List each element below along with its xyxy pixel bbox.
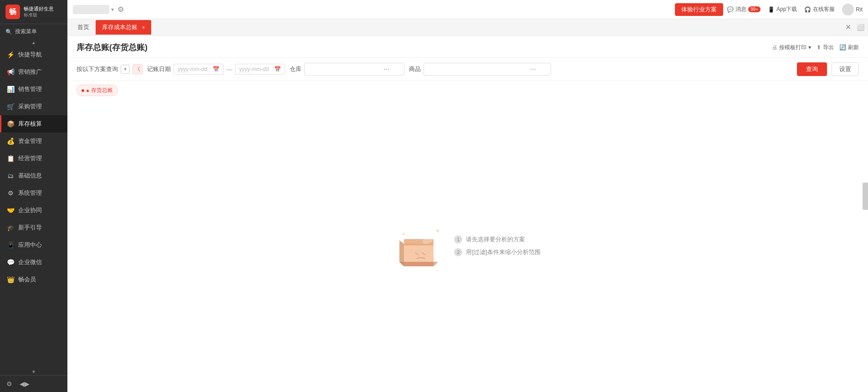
filter-collapse-btn[interactable]: 《	[133, 64, 143, 74]
date-start-input[interactable]: yyyy-mm-dd 📅	[174, 64, 224, 75]
filter-settings-btn[interactable]: 设置	[832, 62, 859, 76]
tab-close-btn[interactable]: ×	[142, 25, 145, 30]
sidebar-item-quick-nav[interactable]: ⚡ 快捷导航	[0, 46, 67, 63]
sidebar-item-operations[interactable]: 📋 经营管理	[0, 150, 67, 167]
sidebar-item-purchase[interactable]: 🛒 采购管理	[0, 98, 67, 115]
active-bar	[0, 115, 1, 132]
collapse-icon[interactable]: ◀▶	[20, 380, 30, 387]
search-menu-item[interactable]: 🔍 搜索菜单	[0, 24, 67, 39]
search-label: 搜索菜单	[15, 28, 37, 36]
search-icon: 🔍	[5, 29, 12, 35]
sidebar-item-corp-collab[interactable]: 🤝 企业协同	[0, 202, 67, 219]
sidebar-scroll-up[interactable]: ▲	[0, 39, 67, 46]
empty-state: ✦ ✦ 1 请先选择要分析的方案 2	[67, 100, 868, 392]
topbar-right: 💬 消息 99+ 📱 App下载 🎧 在线客服 Rit	[727, 4, 863, 15]
product-input[interactable]: ···	[424, 63, 551, 76]
user-menu[interactable]: Rit	[842, 4, 863, 15]
headset-icon: 🎧	[804, 6, 811, 13]
sidebar-item-label: 基础信息	[18, 172, 42, 180]
tab-label: 库存成本总账	[102, 24, 138, 31]
sub-filter: ● 存货总账	[67, 81, 868, 100]
export-btn[interactable]: ⬆ 导出	[817, 44, 834, 51]
filter-label: 按以下方案查询 + 《	[77, 64, 143, 74]
date-label: 记账日期	[147, 65, 171, 73]
sidebar-item-basic-info[interactable]: 🗂 基础信息	[0, 167, 67, 184]
page-title: 库存总账(存货总账)	[77, 42, 148, 53]
filter-label-text: 按以下方案查询	[77, 65, 118, 73]
system-icon: ⚙	[6, 189, 15, 197]
sidebar-item-label: 营销推广	[18, 68, 42, 76]
filter-item-tag[interactable]: ● 存货总账	[77, 85, 118, 96]
sidebar-item-app-center[interactable]: 📱 应用中心	[0, 236, 67, 254]
warehouse-more-btn[interactable]: ···	[382, 65, 391, 73]
filter-item-dot	[82, 89, 84, 92]
empty-hints: 1 请先选择要分析的方案 2 用[过滤]条件来缩小分析范围	[454, 235, 540, 256]
empty-hint-1: 1 请先选择要分析的方案	[454, 235, 540, 244]
sidebar-item-label: 资金管理	[18, 137, 42, 145]
tab-home[interactable]: 首页	[71, 20, 96, 35]
empty-illustration: ✦ ✦	[395, 223, 440, 269]
print-dropdown-icon: ▾	[808, 44, 811, 51]
app-center-icon: 📱	[6, 241, 15, 249]
refresh-icon: 🔄	[839, 44, 846, 51]
panel-close-btn[interactable]: ✕	[842, 22, 854, 32]
app-download-btn[interactable]: 📱 App下载	[768, 5, 797, 13]
sidebar-item-label: 畅会员	[18, 275, 36, 284]
sidebar-item-funds[interactable]: 💰 资金管理	[0, 132, 67, 150]
sidebar-item-marketing[interactable]: 📢 营销推广	[0, 63, 67, 81]
industry-btn[interactable]: 体验行业方案	[675, 3, 723, 16]
product-more-btn[interactable]: ···	[528, 65, 538, 73]
sidebar-item-corp-wechat[interactable]: 💬 企业微信	[0, 254, 67, 271]
inventory-icon: 📦	[6, 120, 15, 127]
topbar-settings-icon[interactable]: ⚙	[117, 5, 124, 14]
sidebar-item-sales[interactable]: 📊 销售管理	[0, 81, 67, 98]
hint-2-text: 用[过滤]条件来缩小分析范围	[466, 248, 540, 256]
refresh-label: 刷新	[848, 44, 859, 51]
tabs-bar: 首页 库存成本总账 × ✕ ⬜	[67, 19, 868, 36]
query-btn[interactable]: 查询	[797, 62, 827, 76]
marketing-icon: 📢	[6, 68, 15, 76]
date-end-input[interactable]: yyyy-mm-dd 📅	[235, 64, 285, 75]
phone-icon: 📱	[768, 6, 775, 13]
breadcrumb-arrow: ▾	[111, 6, 114, 13]
settings-bottom-icon[interactable]: ⚙	[6, 380, 12, 387]
breadcrumb: ▾ ⚙	[73, 5, 671, 14]
hint-1-text: 请先选择要分析的方案	[466, 235, 525, 244]
page-header: 库存总账(存货总账) 🖨 按模板打印 ▾ ⬆ 导出 🔄 刷新	[67, 36, 868, 58]
warehouse-input[interactable]: ···	[304, 63, 404, 76]
warehouse-label: 仓库	[290, 65, 301, 73]
sidebar-item-newbie[interactable]: 🎓 新手引导	[0, 219, 67, 236]
tab-inventory-cost[interactable]: 库存成本总账 ×	[96, 20, 151, 35]
sidebar-item-member[interactable]: 👑 畅会员	[0, 271, 67, 288]
date-end-placeholder: yyyy-mm-dd	[239, 66, 269, 72]
panel-resize-icon[interactable]: ⬜	[857, 24, 864, 31]
sidebar-item-label: 库存核算	[18, 120, 42, 128]
messages-btn[interactable]: 💬 消息 99+	[727, 5, 761, 13]
messages-label: 消息	[735, 5, 746, 13]
print-btn[interactable]: 🖨 按模板打印 ▾	[772, 44, 811, 51]
sidebar-item-label: 应用中心	[18, 241, 42, 249]
app-name: 畅捷通好生意	[24, 5, 54, 12]
refresh-btn[interactable]: 🔄 刷新	[839, 44, 859, 51]
funds-icon: 💰	[6, 137, 15, 145]
sidebar-item-system[interactable]: ⚙ 系统管理	[0, 184, 67, 202]
sales-icon: 📊	[6, 86, 15, 93]
sidebar-logo: 畅 畅捷通好生意 标准版	[0, 0, 67, 24]
page-content: 库存总账(存货总账) 🖨 按模板打印 ▾ ⬆ 导出 🔄 刷新	[67, 36, 868, 392]
main-content: ▾ ⚙ 体验行业方案 💬 消息 99+ 📱 App下载 🎧 在线客服 Rit	[67, 0, 868, 392]
warehouse-field: 仓库 ···	[290, 63, 404, 76]
breadcrumb-path	[73, 5, 109, 14]
app-badge: 标准版	[24, 12, 54, 18]
filter-add-btn[interactable]: +	[121, 65, 130, 74]
calendar-end-icon: 📅	[274, 66, 281, 72]
sidebar-item-inventory[interactable]: 📦 库存核算	[0, 115, 67, 132]
right-panel-tab[interactable]	[863, 183, 868, 210]
filter-section: 按以下方案查询 + 《 记账日期 yyyy-mm-dd 📅 — yyyy-mm-…	[67, 58, 868, 81]
online-service-btn[interactable]: 🎧 在线客服	[804, 5, 835, 13]
filter-item-icon: ●	[86, 87, 89, 94]
sidebar-item-label: 快捷导航	[18, 51, 42, 59]
sidebar-bottom: ⚙ ◀▶	[0, 375, 67, 392]
avatar	[842, 4, 854, 15]
sidebar-item-label: 新手引导	[18, 224, 42, 232]
sidebar-scroll-down[interactable]: ▼	[0, 368, 67, 375]
